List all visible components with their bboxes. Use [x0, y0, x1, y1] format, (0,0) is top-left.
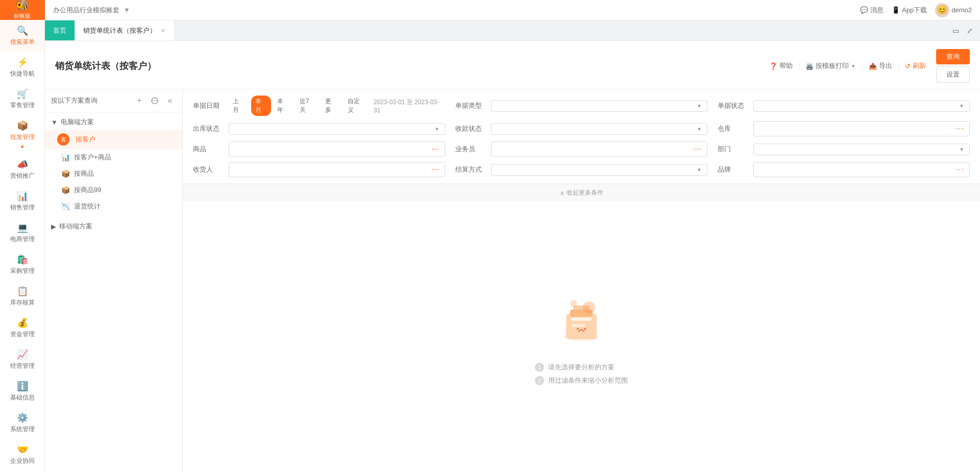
tab-sales-stat[interactable]: 销货单统计表（按客户） × — [75, 20, 175, 40]
collapse-bar[interactable]: ∧ 收起更多条件 — [183, 184, 980, 201]
outbound-select[interactable]: ▼ — [229, 123, 445, 135]
megaphone-icon: 📣 — [17, 159, 28, 170]
scheme-item-return-stat[interactable]: 📉 退货统计 — [45, 198, 182, 215]
settings-button[interactable]: 设置 — [936, 66, 970, 83]
payment-select[interactable]: ▼ — [491, 123, 707, 135]
date-tab-custom[interactable]: 自定义 — [344, 96, 370, 116]
sidebar-item-marketing[interactable]: 📣 营销推广 — [0, 154, 44, 185]
content-area: 销货单统计表（按客户） ❓ 帮助 🖨️ 按模板打印 ▼ 📤 导出 — [45, 41, 980, 472]
help-icon: ❓ — [769, 62, 777, 70]
sidebar-item-wholesale[interactable]: 📦 批发管理 ▲ — [0, 115, 44, 154]
svg-point-13 — [584, 328, 586, 330]
sidebar-item-operations[interactable]: 📈 经营管理 — [0, 344, 44, 375]
divider2 — [862, 62, 863, 69]
add-scheme-button[interactable]: + — [133, 95, 145, 107]
sidebar-item-retail[interactable]: 🛒 零售管理 — [0, 83, 44, 115]
brand-dots[interactable]: ··· — [753, 162, 970, 177]
print-button[interactable]: 🖨️ 按模板打印 ▼ — [805, 61, 856, 70]
scheme-label: 按商品 — [74, 169, 94, 178]
filter-item-recipient: 收货人 ··· — [193, 162, 445, 177]
date-tab-7days[interactable]: 近7天 — [296, 96, 319, 116]
filter-item-settlement: 结算方式 ▼ — [455, 164, 707, 176]
sidebar-label: 批发管理 — [10, 133, 35, 141]
sidebar-item-search-menu[interactable]: 🔍 搜索菜单 — [0, 20, 44, 52]
app-download-button[interactable]: 📱 App下载 — [892, 6, 927, 15]
pc-scheme-group-header[interactable]: ▼ 电脑端方案 — [45, 114, 182, 130]
help-button[interactable]: ❓ 帮助 — [769, 61, 793, 70]
scheme-item-customer-goods[interactable]: 📊 按客户+商品 — [45, 149, 182, 166]
dropdown-icon[interactable]: ▼ — [124, 6, 130, 14]
payment-label: 收款状态 — [455, 124, 491, 133]
date-tab-last-month[interactable]: 上月 — [229, 96, 249, 116]
warehouse-control: ··· — [753, 121, 970, 136]
expand-arrow: ▲ — [20, 143, 25, 149]
filter-row-4: 收货人 ··· 结算方式 — [193, 162, 970, 177]
user-menu[interactable]: 😊 demo2 — [935, 3, 972, 17]
export-button[interactable]: 📤 导出 — [869, 61, 892, 70]
handshake-icon: 🤝 — [17, 444, 28, 455]
refresh-button[interactable]: ↺ 刷新 — [905, 61, 926, 70]
collapse-panel-button[interactable]: « — [164, 95, 176, 107]
settlement-select[interactable]: ▼ — [491, 164, 707, 176]
close-icon[interactable]: × — [160, 26, 166, 35]
date-tab-this-year[interactable]: 本年 — [273, 96, 293, 116]
sidebar-item-enterprise[interactable]: 🤝 企业协同 — [0, 439, 44, 470]
query-button[interactable]: 查询 — [936, 49, 970, 64]
pc-group-label: 电脑端方案 — [61, 117, 94, 127]
outbound-label: 出库状态 — [193, 124, 229, 133]
filter-item-brand: 品牌 ··· — [718, 162, 970, 177]
recipient-dots-icon: ··· — [431, 165, 439, 174]
info-icon: ℹ️ — [17, 381, 28, 392]
sidebar-item-sales[interactable]: 📊 销售管理 — [0, 185, 44, 217]
left-panel-header: 按以下方案查询 + « — [45, 89, 182, 112]
sidebar-item-quick-nav[interactable]: ⚡ 快捷导航 — [0, 52, 44, 83]
settlement-arrow-icon: ▼ — [697, 167, 702, 173]
date-tab-more[interactable]: 更多 — [321, 96, 341, 116]
tab-minimize-button[interactable]: ▭ — [949, 25, 962, 37]
filter-row-1: 单据日期 上月 本月 本年 近7天 更多 自定义 20 — [193, 96, 970, 116]
filter-area: 单据日期 上月 本月 本年 近7天 更多 自定义 20 — [183, 89, 980, 184]
sidebar-label: 基础信息 — [10, 393, 35, 402]
mobile-scheme-group-header[interactable]: ▶ 移动端方案 — [45, 219, 182, 234]
sidebar-item-procurement[interactable]: 🛍️ 采购管理 — [0, 249, 44, 280]
scheme-label: 按客户+商品 — [74, 153, 111, 162]
clipboard-icon: 📋 — [17, 286, 28, 297]
sidebar-item-basic-info[interactable]: ℹ️ 基础信息 — [0, 375, 44, 407]
sidebar-item-system[interactable]: ⚙️ 系统管理 — [0, 407, 44, 439]
mobile-group-arrow: ▶ — [51, 223, 56, 230]
message-button[interactable]: 💬 消息 — [860, 6, 884, 15]
scheme-item-by-goods-99[interactable]: 📦 按商品99 — [45, 182, 182, 198]
doc-type-select[interactable]: ▼ — [491, 100, 707, 112]
sidebar-label: 搜索菜单 — [10, 38, 35, 46]
avatar: 😊 — [935, 3, 949, 17]
tab-expand-button[interactable]: ⤢ — [964, 25, 976, 37]
sidebar-item-inventory[interactable]: 📋 库存核算 — [0, 280, 44, 312]
salesperson-dots[interactable]: ··· — [491, 141, 707, 157]
sidebar-item-finance[interactable]: 💰 资金管理 — [0, 312, 44, 344]
doc-status-control: ▼ — [753, 100, 970, 112]
edit-scheme-button[interactable] — [149, 95, 161, 107]
goods-dots[interactable]: ··· — [229, 141, 445, 157]
filter-item-doc-status: 单据状态 ▼ — [718, 100, 970, 112]
doc-status-select[interactable]: ▼ — [753, 100, 970, 112]
printer-icon: 🖨️ — [805, 62, 814, 70]
sidebar-item-ecommerce[interactable]: 💻 电商管理 — [0, 217, 44, 249]
pc-scheme-group: ▼ 电脑端方案 客 按客户 📊 按客户+商品 📦 按商品 — [45, 112, 182, 217]
scheme-item-by-customer[interactable]: 客 按客户 — [45, 130, 182, 149]
topbar-right: 💬 消息 📱 App下载 😊 demo2 — [860, 3, 972, 17]
department-select[interactable]: ▼ — [753, 144, 970, 155]
recipient-dots[interactable]: ··· — [229, 162, 445, 177]
filter-item-salesperson: 业务员 ··· — [455, 141, 707, 157]
hint-text-1: 请先选择要分析的方案 — [548, 363, 615, 372]
main-area: 办公用品行业模拟账套 ▼ 💬 消息 📱 App下载 😊 demo2 首页 — [45, 0, 980, 472]
date-tab-this-month[interactable]: 本月 — [251, 96, 272, 116]
select-arrow-icon2: ▼ — [959, 103, 964, 109]
print-dropdown-icon: ▼ — [851, 63, 856, 69]
sidebar-label: 系统管理 — [10, 425, 35, 434]
scheme-label: 退货统计 — [74, 202, 101, 211]
scheme-item-by-goods[interactable]: 📦 按商品 — [45, 166, 182, 182]
scheme-label: 按客户 — [76, 135, 95, 144]
warehouse-dots[interactable]: ··· — [753, 121, 970, 136]
tab-home[interactable]: 首页 — [45, 20, 75, 40]
filter-item-payment: 收款状态 ▼ — [455, 123, 707, 135]
